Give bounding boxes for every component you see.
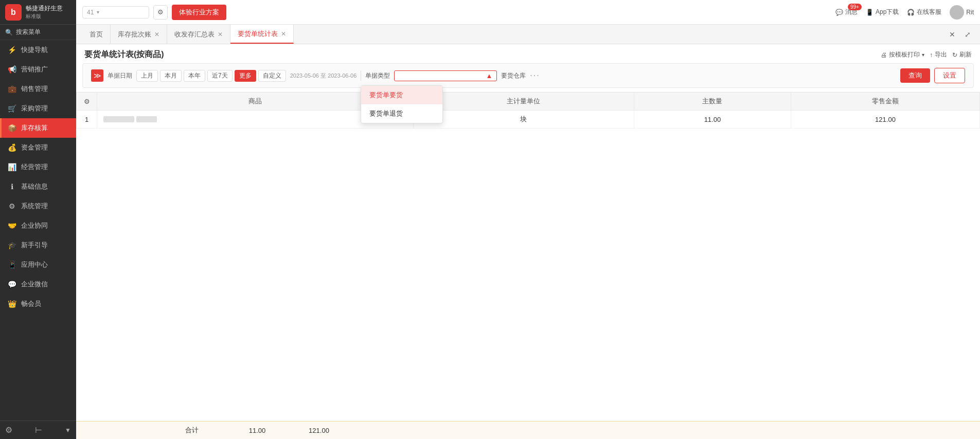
topbar-right: 💬 消息 99+ 📱 App下载 🎧 在线客服 Rit [835, 5, 974, 20]
nav-label: 营销推广 [21, 65, 48, 74]
nav-icon: ℹ [7, 182, 17, 191]
col-unit: 主计量单位 [413, 93, 634, 111]
nav-item-应用中心[interactable]: 📱 应用中心 [0, 255, 76, 275]
product-bar-1 [103, 116, 134, 122]
topbar-left: 41 ▾ ⚙ 体验行业方案 [82, 5, 226, 20]
sidebar-scroll-down[interactable]: ▼ [65, 427, 71, 434]
type-chevron-up-icon[interactable]: ▲ [486, 72, 492, 80]
sidebar: b 畅捷通好生意 标准版 🔍 搜索菜单 ⚡ 快捷导航 📢 营销推广 💼 销售管理… [0, 0, 76, 439]
row-quantity: 11.00 [634, 111, 791, 129]
more-dates-btn[interactable]: 更多 [235, 70, 256, 82]
nav-icon: 🛒 [7, 104, 17, 113]
tab-首页[interactable]: 首页 [82, 25, 111, 44]
product-bar-2 [136, 116, 157, 122]
table-wrap: ⚙ 商品 主计量单位 主数量 零售金额 1 块 11.00 [76, 92, 980, 421]
nav-item-快捷导航[interactable]: ⚡ 快捷导航 [0, 40, 76, 60]
filter-separator [361, 70, 361, 81]
filter-expand-button[interactable]: ≫ [91, 69, 103, 82]
nav-label: 采购管理 [21, 104, 48, 113]
nav-item-新手引导[interactable]: 🎓 新手引导 [0, 235, 76, 255]
col-settings[interactable]: ⚙ [77, 93, 97, 111]
row-unit: 块 [413, 111, 634, 129]
brand-name: 畅捷通好生意 标准版 [26, 5, 63, 20]
total-amount: 121.00 [288, 427, 350, 434]
refresh-button[interactable]: ↻ 刷新 [952, 50, 972, 59]
nav-icon: ⚡ [7, 46, 17, 54]
type-label: 单据类型 [365, 71, 390, 80]
date-quick-buttons: 上月 本月 本年 近7天 更多 自定义 [136, 70, 286, 82]
nav-icon: 🤝 [7, 222, 17, 230]
query-button[interactable]: 查询 [900, 68, 930, 83]
topbar: 41 ▾ ⚙ 体验行业方案 💬 消息 99+ 📱 App下载 🎧 在线客服 [76, 0, 980, 25]
tab-库存批次账[interactable]: 库存批次账✕ [111, 25, 167, 44]
nav-item-资金管理[interactable]: 💰 资金管理 [0, 138, 76, 157]
message-button[interactable]: 💬 消息 99+ [835, 8, 858, 16]
sidebar-toggle[interactable]: ⊢ [35, 425, 42, 435]
nav-item-企业协同[interactable]: 🤝 企业协同 [0, 216, 76, 235]
headset-icon: 🎧 [907, 9, 915, 16]
filter-settings-button[interactable]: 设置 [934, 68, 965, 83]
tab-close-icon[interactable]: ✕ [218, 31, 223, 38]
nav-item-畅会员[interactable]: 👑 畅会员 [0, 294, 76, 314]
last-7days-btn[interactable]: 近7天 [207, 70, 233, 82]
last-month-btn[interactable]: 上月 [136, 70, 158, 82]
tab-close-icon[interactable]: ✕ [281, 30, 286, 38]
gear-button[interactable]: ⚙ [153, 5, 168, 20]
dropdown-item[interactable]: 要货单退货 [361, 104, 442, 123]
export-button[interactable]: ↑ 导出 [930, 50, 947, 59]
date-range-text: 2023-05-06 至 2023-06-06 [290, 72, 357, 80]
type-dropdown: 要货单要货要货单退货 [361, 85, 443, 123]
custom-date-btn[interactable]: 自定义 [258, 70, 286, 82]
app-logo: b [5, 4, 22, 21]
settings-icon[interactable]: ⚙ [5, 425, 12, 435]
trial-button[interactable]: 体验行业方案 [172, 5, 226, 20]
nav-item-销售管理[interactable]: 💼 销售管理 [0, 79, 76, 99]
table-body: 1 块 11.00 121.00 [77, 111, 980, 129]
nav-item-系统管理[interactable]: ⚙ 系统管理 [0, 196, 76, 216]
expand-tabs-button[interactable]: ⤢ [961, 28, 974, 41]
tab-label: 要货单统计表 [238, 29, 278, 39]
export-icon: ↑ [930, 51, 933, 59]
type-input[interactable]: ▲ [394, 70, 497, 81]
nav-label: 基础信息 [21, 182, 48, 191]
type-text-input[interactable] [399, 72, 484, 79]
online-service-button[interactable]: 🎧 在线客服 [907, 8, 941, 16]
sidebar-search[interactable]: 🔍 搜索菜单 [0, 25, 76, 40]
tab-要货单统计表[interactable]: 要货单统计表✕ [230, 25, 294, 44]
nav-label: 企业微信 [21, 280, 48, 289]
print-template-button[interactable]: 🖨 按模板打印 ▾ [881, 50, 924, 59]
this-month-btn[interactable]: 本月 [160, 70, 182, 82]
nav-item-经营管理[interactable]: 📊 经营管理 [0, 157, 76, 177]
chevron-down-icon: ▾ [922, 52, 924, 58]
nav-item-营销推广[interactable]: 📢 营销推广 [0, 60, 76, 79]
tab-label: 首页 [90, 30, 103, 39]
online-service-label: 在线客服 [917, 8, 941, 16]
nav-item-企业微信[interactable]: 💬 企业微信 [0, 275, 76, 294]
row-seq: 1 [77, 111, 97, 129]
nav-item-基础信息[interactable]: ℹ 基础信息 [0, 177, 76, 196]
nav-item-库存核算[interactable]: 📦 库存核算 [0, 118, 76, 138]
col-quantity: 主数量 [634, 93, 791, 111]
warehouse-more-icon[interactable]: ··· [530, 71, 540, 80]
data-table: ⚙ 商品 主计量单位 主数量 零售金额 1 块 11.00 [76, 92, 980, 129]
nav-label: 库存核算 [21, 123, 48, 133]
print-icon: 🖨 [881, 51, 887, 59]
nav-icon: ⚙ [7, 202, 17, 210]
this-year-btn[interactable]: 本年 [184, 70, 205, 82]
nav-icon: 💬 [7, 280, 17, 288]
app-download-button[interactable]: 📱 App下载 [866, 8, 899, 16]
nav-item-采购管理[interactable]: 🛒 采购管理 [0, 99, 76, 118]
user-avatar[interactable]: Rit [950, 5, 974, 20]
close-all-tabs-button[interactable]: ✕ [946, 28, 958, 41]
tab-收发存汇总表[interactable]: 收发存汇总表✕ [167, 25, 230, 44]
tab-close-icon[interactable]: ✕ [154, 31, 159, 38]
nav-icon: 📊 [7, 163, 17, 171]
dropdown-item[interactable]: 要货单要货 [361, 86, 442, 104]
nav-icon: 📱 [7, 261, 17, 269]
store-selector[interactable]: 41 ▾ [82, 6, 149, 19]
main-area: 41 ▾ ⚙ 体验行业方案 💬 消息 99+ 📱 App下载 🎧 在线客服 [76, 0, 980, 439]
user-name: Rit [966, 9, 974, 16]
filter-bar: ≫ 单据日期 上月 本月 本年 近7天 更多 自定义 2023-05-06 至 … [82, 63, 974, 88]
sidebar-nav: ⚡ 快捷导航 📢 营销推广 💼 销售管理 🛒 采购管理 📦 库存核算 💰 资金管… [0, 40, 76, 420]
nav-label: 快捷导航 [21, 45, 48, 54]
